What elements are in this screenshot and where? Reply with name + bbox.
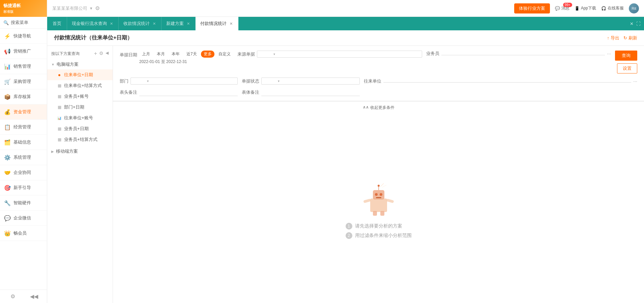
unit-dots[interactable]: ··· <box>633 79 637 84</box>
dept-select[interactable]: ▾ <box>130 78 238 85</box>
panel-item-staff-date[interactable]: ▦ 业务员+日期 <box>47 123 113 134</box>
page-header: 付款情况统计（往来单位+日期） ↑ 导出 ↻ 刷新 <box>47 30 644 46</box>
sidebar-footer: ⚙ ◀◀ <box>0 290 47 303</box>
refresh-btn[interactable]: ↻ 刷新 <box>623 35 637 41</box>
tab-payment-stats[interactable]: 付款情况统计 ✕ <box>196 17 238 30</box>
panel-header: 按以下方案查询 + ⚙ ◀ <box>47 49 113 59</box>
inventory-icon: 📦 <box>4 93 11 100</box>
settings-btn[interactable]: 设置 <box>617 63 637 73</box>
export-btn[interactable]: ↑ 导出 <box>607 35 620 41</box>
status-select[interactable]: ▾ <box>261 78 360 85</box>
sidebar-item-quick-nav[interactable]: ⚡ 快捷导航 <box>0 29 47 44</box>
sidebar-item-enterprise[interactable]: 🤝 企业协同 <box>0 165 47 180</box>
tab-bar: 首页 现金银行流水查询 ✕ 收款情况统计 ✕ 新建方案 ✕ 付款情况统计 ✕ ✕… <box>47 17 644 30</box>
date-range-text: 2022-01-01 至 2022-12-31 <box>139 59 233 65</box>
avatar[interactable]: Rit <box>629 3 639 13</box>
panel-section-mobile-header[interactable]: ▶ 移动端方案 <box>47 146 113 156</box>
sidebar-item-guide[interactable]: 🎯 新手引导 <box>0 180 47 195</box>
unit-settlement-icon: ▦ <box>57 83 62 88</box>
panel-settings-btn[interactable]: ⚙ <box>99 51 104 57</box>
panel-item-staff-account[interactable]: ▦ 业务员+账号 <box>47 91 113 102</box>
sidebar-item-weixin[interactable]: 💬 企业微信 <box>0 211 47 226</box>
industry-btn[interactable]: 体验行业方案 <box>514 3 550 13</box>
online-service-btn[interactable]: 🎧 在线客服 <box>601 5 624 11</box>
messages-icon: 💬 <box>555 6 560 11</box>
app-download-btn[interactable]: 📱 App下载 <box>575 5 596 11</box>
panel-item-label: 业务员+账号 <box>64 93 89 99</box>
marketing-icon: 📢 <box>4 48 11 55</box>
sidebar-item-inventory[interactable]: 📦 库存核算 <box>0 89 47 104</box>
messages-btn[interactable]: 💬 消息 99+ <box>555 5 569 11</box>
svg-rect-4 <box>376 197 381 198</box>
sidebar-header: 畅捷通帐 标准版 <box>0 0 47 17</box>
sidebar-item-capital[interactable]: 💰 资金管理 <box>0 104 47 120</box>
dept-dropdown-icon: ▾ <box>147 79 149 83</box>
tab-receipt-stats-close[interactable]: ✕ <box>152 21 156 26</box>
collapse-btn[interactable]: ∧∧ 收起更多条件 <box>113 101 644 114</box>
page-area: 付款情况统计（往来单位+日期） ↑ 导出 ↻ 刷新 按 <box>47 30 644 303</box>
sidebar-item-sales[interactable]: 📊 销售管理 <box>0 59 47 74</box>
source-select[interactable]: ▾ <box>257 51 422 58</box>
tab-bank-flow-close[interactable]: ✕ <box>109 21 114 26</box>
panel-item-unit-account[interactable]: 📊 往来单位+账号 <box>47 113 113 123</box>
sidebar-item-basic-info[interactable]: 🗂️ 基础信息 <box>0 135 47 150</box>
tip-text-2: 用过滤条件来缩小分析范围 <box>355 233 412 239</box>
header-note-label: 表头备注 <box>120 89 137 95</box>
tab-home[interactable]: 首页 <box>47 17 67 30</box>
sidebar-item-system[interactable]: ⚙️ 系统管理 <box>0 150 47 165</box>
header-note-input[interactable] <box>139 89 238 96</box>
enterprise-icon: 🤝 <box>4 169 11 176</box>
panel-item-unit-date[interactable]: ● 往来单位+日期 <box>47 69 113 80</box>
empty-state: 1 请先选择要分析的方案 2 用过滤条件来缩小分析范围 <box>113 114 644 303</box>
search-icon: 🔍 <box>3 20 9 25</box>
sidebar-item-operation[interactable]: 📋 经营管理 <box>0 120 47 135</box>
content-area: 按以下方案查询 + ⚙ ◀ ▼ 电脑端方案 <box>47 46 644 303</box>
close-all-icon[interactable]: ✕ <box>630 21 634 26</box>
panel-section-desktop-header[interactable]: ▼ 电脑端方案 <box>47 59 113 69</box>
sidebar-item-label: 营销推广 <box>13 48 31 54</box>
sidebar-item-label: 系统管理 <box>13 154 31 160</box>
svg-rect-9 <box>373 211 377 216</box>
capital-icon: 💰 <box>4 109 11 115</box>
date-btn-last-month[interactable]: 上月 <box>139 51 153 58</box>
panel-item-dept-date[interactable]: ▦ 部门+日期 <box>47 102 113 113</box>
top-bar: 某某某某有限公司 ▾ ⚙ 体验行业方案 💬 消息 99+ 📱 App下载 🎧 在… <box>47 0 644 17</box>
date-btn-custom[interactable]: 自定义 <box>216 51 233 58</box>
date-btn-this-year[interactable]: 本年 <box>169 51 182 58</box>
search-menu-item[interactable]: 🔍 搜索菜单 <box>0 17 47 29</box>
fullscreen-icon[interactable]: ⛶ <box>636 21 641 26</box>
sidebar-item-member[interactable]: 👑 畅会员 <box>0 226 47 241</box>
sidebar-item-purchase[interactable]: 🛒 采购管理 <box>0 74 47 89</box>
tip-number-2: 2 <box>346 232 352 239</box>
tab-payment-stats-close[interactable]: ✕ <box>229 21 233 26</box>
empty-tips: 1 请先选择要分析的方案 2 用过滤条件来缩小分析范围 <box>346 223 412 239</box>
body-note-label: 表体备注 <box>242 89 259 95</box>
status-label: 单据状态 <box>242 78 259 84</box>
tab-new-plan-close[interactable]: ✕ <box>186 21 191 26</box>
tab-bank-flow[interactable]: 现金银行流水查询 ✕ <box>67 17 119 30</box>
tab-bar-actions: ✕ ⛶ <box>626 17 644 30</box>
date-btn-more[interactable]: 更多 <box>201 51 214 58</box>
dropdown-arrow-icon[interactable]: ▾ <box>90 6 92 11</box>
panel-collapse-btn[interactable]: ◀ <box>106 51 109 57</box>
footer-collapse-btn[interactable]: ◀◀ <box>25 293 44 300</box>
footer-settings-btn[interactable]: ⚙ <box>3 293 22 300</box>
tab-receipt-stats[interactable]: 收款情况统计 ✕ <box>119 17 162 30</box>
body-note-input[interactable] <box>261 89 360 96</box>
query-btn[interactable]: 查询 <box>615 51 637 61</box>
date-btn-7days[interactable]: 近7天 <box>184 51 200 58</box>
refresh-icon: ↻ <box>623 35 627 40</box>
staff-dots[interactable]: ··· <box>607 51 611 56</box>
panel-item-unit-settlement[interactable]: ▦ 往来单位+结算方式 <box>47 80 113 91</box>
collapse-label: 收起更多条件 <box>370 105 394 111</box>
date-btn-this-month[interactable]: 本月 <box>154 51 168 58</box>
settings-icon[interactable]: ⚙ <box>95 5 100 11</box>
sidebar-item-hardware[interactable]: 🔧 智能硬件 <box>0 195 47 211</box>
sidebar-item-marketing[interactable]: 📢 营销推广 <box>0 44 47 59</box>
member-icon: 👑 <box>4 230 11 237</box>
panel-item-label: 往来单位+账号 <box>64 115 93 121</box>
tab-new-plan[interactable]: 新建方案 ✕ <box>162 17 196 30</box>
panel-item-staff-settlement[interactable]: ▦ 业务员+结算方式 <box>47 134 113 145</box>
panel-item-label: 往来单位+结算方式 <box>64 83 102 89</box>
panel-add-btn[interactable]: + <box>94 51 97 57</box>
